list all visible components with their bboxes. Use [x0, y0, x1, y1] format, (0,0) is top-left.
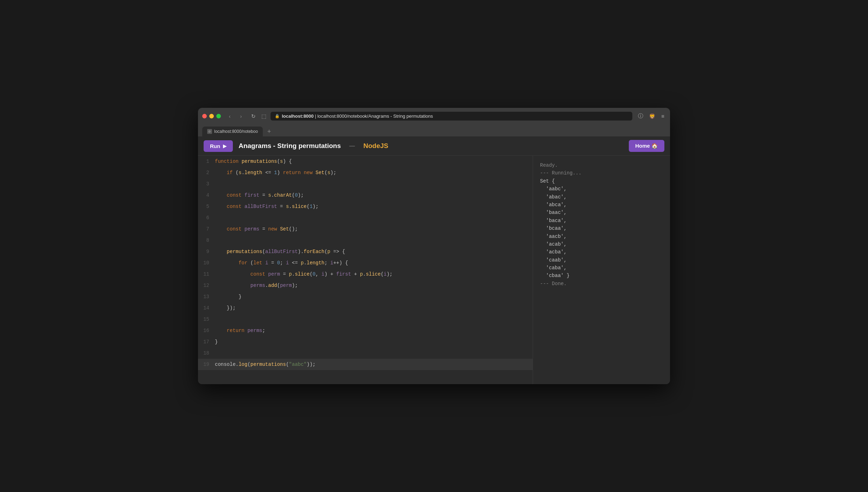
refresh-button[interactable]: ↻ — [250, 112, 257, 121]
line-code-1: function permutations(s) { — [215, 156, 292, 167]
tab-bar: ⊘ localhost:8000/noteboo + — [202, 124, 666, 136]
code-output: Ready. --- Running... Set { 'aabc', 'aba… — [533, 156, 670, 384]
output-cbaa: 'cbaa' } — [540, 272, 663, 279]
line-num-17: 17 — [198, 337, 215, 347]
line-code-7: const perms = new Set(); — [215, 224, 298, 234]
line-num-19: 19 — [198, 359, 215, 370]
bookmark-button[interactable]: ⬚ — [260, 112, 268, 121]
output-set-open: Set { — [540, 177, 663, 185]
run-button[interactable]: Run ▶ — [204, 140, 233, 152]
output-baca: 'baca', — [540, 217, 663, 225]
back-button[interactable]: ‹ — [225, 112, 234, 121]
code-line-8: 8 — [198, 235, 533, 246]
output-running: --- Running... — [540, 169, 663, 177]
output-ready: Ready. — [540, 161, 663, 169]
line-code-11: const perm = p.slice(0, i) + first + p.s… — [215, 269, 392, 279]
line-code-14: }); — [215, 303, 236, 313]
right-controls: ⓘ 🦁 ≡ — [637, 111, 666, 121]
browser-chrome: ‹ › ↻ ⬚ 🔒 localhost:8000 | localhost:800… — [198, 108, 670, 136]
code-line-16: 16 return perms; — [198, 325, 533, 336]
toolbar-left: Run ▶ Anagrams - String permutations — N… — [204, 140, 388, 152]
browser-tab[interactable]: ⊘ localhost:8000/noteboo — [202, 127, 263, 136]
output-abac: 'abac', — [540, 193, 663, 201]
brave-icon[interactable]: 🦁 — [647, 112, 657, 121]
output-caba: 'caba', — [540, 264, 663, 272]
address-bar[interactable]: 🔒 localhost:8000 | localhost:8000/notebo… — [271, 112, 632, 121]
line-num-13: 13 — [198, 291, 215, 302]
line-code-4: const first = s.charAt(0); — [215, 190, 304, 201]
code-line-5: 5 const allButFirst = s.slice(1); — [198, 201, 533, 212]
line-num-10: 10 — [198, 258, 215, 268]
code-line-19: 19 console.log(permutations("aabc")); — [198, 359, 533, 370]
line-num-4: 4 — [198, 190, 215, 201]
address-domain: localhost:8000 — [282, 113, 314, 119]
line-code-17: } — [215, 337, 218, 347]
lock-icon: 🔒 — [275, 114, 280, 118]
line-code-19: console.log(permutations("aabc")); — [215, 359, 316, 370]
output-acab: 'acab', — [540, 240, 663, 248]
line-code-16: return perms; — [215, 325, 265, 336]
output-aabc: 'aabc', — [540, 185, 663, 193]
home-button[interactable]: Home 🏠 — [629, 140, 664, 152]
line-num-1: 1 — [198, 156, 215, 167]
line-num-18: 18 — [198, 348, 215, 358]
forward-button[interactable]: › — [236, 112, 246, 121]
line-num-14: 14 — [198, 303, 215, 313]
output-aacb: 'aacb', — [540, 233, 663, 240]
tab-favicon: ⊘ — [207, 129, 212, 134]
code-line-4: 4 const first = s.charAt(0); — [198, 190, 533, 201]
code-line-2: 2 if (s.length <= 1) return new Set(s); — [198, 167, 533, 178]
code-line-11: 11 const perm = p.slice(0, i) + first + … — [198, 269, 533, 280]
minimize-button[interactable] — [209, 114, 214, 118]
line-num-8: 8 — [198, 235, 215, 246]
code-line-14: 14 }); — [198, 302, 533, 314]
play-icon: ▶ — [223, 143, 227, 149]
main-content: Run ▶ Anagrams - String permutations — N… — [198, 136, 670, 384]
code-line-18: 18 — [198, 348, 533, 359]
address-bar-container: ↻ ⬚ 🔒 localhost:8000 | localhost:8000/no… — [250, 112, 632, 121]
app-subtitle: NodeJS — [364, 142, 389, 150]
line-code-2: if (s.length <= 1) return new Set(s); — [215, 167, 336, 178]
line-code-5: const allButFirst = s.slice(1); — [215, 201, 318, 212]
address-path: | localhost:8000/notebook/Anagrams - Str… — [314, 113, 433, 119]
output-abca: 'abca', — [540, 201, 663, 209]
app-toolbar: Run ▶ Anagrams - String permutations — N… — [198, 136, 670, 156]
app-title: Anagrams - String permutations — [238, 142, 341, 150]
line-num-7: 7 — [198, 224, 215, 234]
line-num-12: 12 — [198, 280, 215, 291]
line-num-3: 3 — [198, 179, 215, 189]
title-separator: — — [349, 143, 355, 149]
code-line-7: 7 const perms = new Set(); — [198, 223, 533, 235]
code-line-3: 3 — [198, 178, 533, 190]
code-line-6: 6 — [198, 212, 533, 223]
nav-buttons: ‹ › — [225, 112, 246, 121]
close-button[interactable] — [202, 114, 207, 118]
title-bar: ‹ › ↻ ⬚ 🔒 localhost:8000 | localhost:800… — [202, 111, 666, 124]
new-tab-button[interactable]: + — [264, 127, 274, 136]
browser-window: ‹ › ↻ ⬚ 🔒 localhost:8000 | localhost:800… — [198, 108, 670, 384]
menu-button[interactable]: ≡ — [660, 112, 666, 121]
code-line-13: 13 } — [198, 291, 533, 302]
output-acba: 'acba', — [540, 248, 663, 256]
code-line-12: 12 perms.add(perm); — [198, 280, 533, 291]
tab-label: localhost:8000/noteboo — [214, 129, 258, 134]
address-text: localhost:8000 | localhost:8000/notebook… — [282, 113, 433, 119]
line-num-11: 11 — [198, 269, 215, 279]
line-code-13: } — [215, 291, 242, 302]
line-num-6: 6 — [198, 213, 215, 223]
info-button[interactable]: ⓘ — [637, 111, 645, 121]
line-code-12: perms.add(perm); — [215, 280, 298, 291]
output-bcaa: 'bcaa', — [540, 225, 663, 232]
code-content-area: 1 function permutations(s) { 2 if (s.len… — [198, 156, 670, 384]
line-num-2: 2 — [198, 167, 215, 178]
maximize-button[interactable] — [216, 114, 221, 118]
code-line-15: 15 — [198, 314, 533, 325]
line-num-5: 5 — [198, 201, 215, 212]
traffic-lights — [202, 114, 221, 118]
output-caab: 'caab', — [540, 256, 663, 264]
code-line-1: 1 function permutations(s) { — [198, 156, 533, 167]
code-editor[interactable]: 1 function permutations(s) { 2 if (s.len… — [198, 156, 533, 384]
run-label: Run — [210, 143, 220, 149]
output-baac: 'baac', — [540, 209, 663, 216]
code-line-10: 10 for (let i = 0; i <= p.length; i++) { — [198, 257, 533, 269]
